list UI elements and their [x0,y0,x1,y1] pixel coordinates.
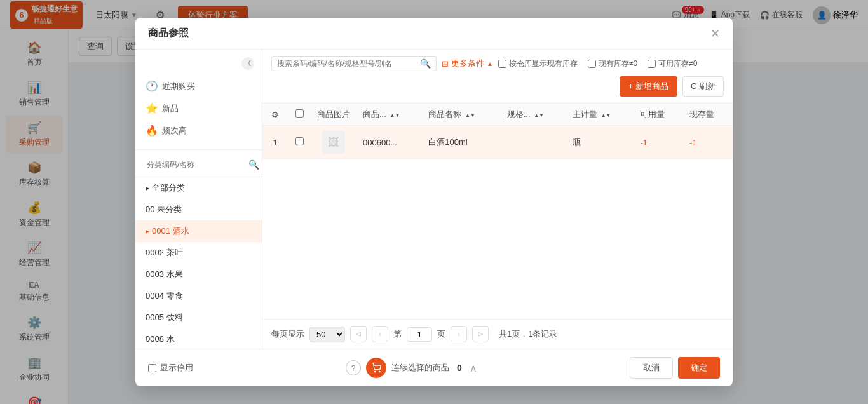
per-page-label: 每页显示 [271,328,304,340]
page-number-input[interactable] [407,327,432,342]
footer-center: ? 连续选择的商品 0 ∧ [346,358,477,378]
frequent-icon: 🔥 [146,125,158,137]
row-stock: -1 [683,126,733,159]
quick-nav-frequent-label: 频次高 [162,125,187,137]
show-disabled-input[interactable] [148,364,156,372]
show-by-warehouse-input[interactable] [498,60,506,68]
recent-icon: 🕐 [146,80,158,92]
prev-page-button[interactable]: ‹ [372,326,388,342]
category-item-0008[interactable]: 0008 水 [135,328,262,349]
filter-label: 更多条件 [451,58,484,69]
page-label: 第 [393,328,402,340]
help-icon[interactable]: ? [346,360,361,375]
triangle-icon-0001: ▶ [146,229,149,234]
dialog-footer: 显示停用 ? 连续选择的商品 0 ∧ 取消 确定 [135,349,733,386]
table-row[interactable]: 1 🖼 000600... [262,126,733,159]
quick-nav-recent-label: 近期购买 [162,81,195,92]
svg-point-0 [374,371,375,372]
quick-nav-new-label: 新品 [162,103,179,114]
quick-nav-recent[interactable]: 🕐 近期购买 [135,75,262,97]
add-product-button[interactable]: + 新增商品 [620,76,677,97]
category-search-area: 🔍 [135,152,262,177]
show-disabled-label: 显示停用 [160,362,193,374]
category-item-00[interactable]: 00 未分类 [135,199,262,220]
row-spec [501,126,566,159]
category-search-icon[interactable]: 🔍 [248,159,259,170]
show-by-warehouse-checkbox[interactable]: 按仓库显示现有库存 [498,58,578,69]
filter-collapse-icon: ▲ [487,60,493,67]
dialog-header: 商品参照 ✕ [135,18,733,50]
col-settings-icon[interactable]: ⚙ [271,110,279,119]
category-item-0003[interactable]: 0003 水果 [135,264,262,285]
table-header-row: ⚙ 商品图片 商品... ▲▼ [262,104,733,126]
dialog-left-panel: 《 🕐 近期购买 ⭐ 新品 🔥 频次高 [135,50,262,349]
footer-collapse-icon[interactable]: ∧ [470,362,477,374]
first-page-button[interactable]: ⊲ [350,326,367,342]
available-stock-nonzero-checkbox[interactable]: 可用库存≠0 [648,58,697,69]
sort-icon-unit: ▲▼ [601,112,611,118]
quick-nav-frequent[interactable]: 🔥 频次高 [135,119,262,142]
confirm-button[interactable]: 确定 [678,357,720,379]
row-num: 1 [262,126,288,159]
page-total: 共1页，1条记录 [499,328,557,340]
category-search-input[interactable] [143,158,246,172]
sort-icon-name: ▲▼ [465,112,475,118]
refresh-product-button[interactable]: C 刷新 [682,76,724,97]
sort-icon-spec: ▲▼ [534,112,544,118]
quick-nav: 《 🕐 近期购买 ⭐ 新品 🔥 频次高 [135,50,262,147]
cancel-button[interactable]: 取消 [630,357,673,379]
pagination: 每页显示 20 50 100 ⊲ ‹ 第 页 › ⊳ 共1页，1条记录 [262,319,733,349]
category-item-0001[interactable]: ▶ 0001 酒水 [135,220,262,242]
svg-point-1 [379,371,380,372]
show-by-warehouse-label: 按仓库显示现有库存 [509,58,578,69]
current-stock-nonzero-input[interactable] [588,60,596,68]
last-page-button[interactable]: ⊳ [472,326,489,342]
page-unit: 页 [437,328,445,340]
triangle-icon-all: ▶ [146,185,149,191]
category-item-all[interactable]: ▶ 全部分类 [135,177,262,199]
toolbar-action-buttons: + 新增商品 C 刷新 [620,76,724,97]
category-label-all: 全部分类 [152,182,185,194]
quick-nav-new[interactable]: ⭐ 新品 [135,97,262,119]
category-label-00: 00 未分类 [146,204,182,215]
more-filter-button[interactable]: ⊞ 更多条件 ▲ [442,58,493,69]
per-page-select[interactable]: 20 50 100 [309,327,345,342]
product-table-wrap: ⚙ 商品图片 商品... ▲▼ [262,104,733,319]
current-stock-nonzero-checkbox[interactable]: 现有库存≠0 [588,58,637,69]
continuous-count: 0 [457,363,462,373]
col-header-check [288,104,311,126]
category-label-0002: 0002 茶叶 [146,247,183,259]
product-search-input[interactable] [277,59,417,68]
category-label-0003: 0003 水果 [146,269,183,280]
row-checkbox[interactable] [295,137,304,145]
cart-button[interactable] [366,358,386,378]
product-image-placeholder: 🖼 [322,131,345,154]
cart-icon [371,363,381,373]
row-check[interactable] [288,126,311,159]
row-code: 000600... [356,126,422,159]
category-item-0002[interactable]: 0002 茶叶 [135,242,262,264]
col-header-available: 可用量 [634,104,683,126]
row-name: 白酒100ml [422,126,500,159]
available-stock-nonzero-input[interactable] [648,60,656,68]
col-header-unit[interactable]: 主计量 ▲▼ [566,104,634,126]
select-all-checkbox[interactable] [295,109,304,118]
dialog-body: 《 🕐 近期购买 ⭐ 新品 🔥 频次高 [135,50,733,349]
sort-icon-code: ▲▼ [390,112,400,118]
product-table: ⚙ 商品图片 商品... ▲▼ [262,104,733,159]
category-label-0005: 0005 饮料 [146,312,183,323]
dialog-close-button[interactable]: ✕ [710,28,720,39]
show-disabled-checkbox[interactable]: 显示停用 [148,362,193,374]
category-item-0005[interactable]: 0005 饮料 [135,307,262,328]
next-page-button[interactable]: › [451,326,467,342]
col-header-name[interactable]: 商品名称 ▲▼ [422,104,500,126]
left-panel-collapse-button[interactable]: 《 [241,57,254,70]
col-header-spec[interactable]: 规格... ▲▼ [501,104,566,126]
product-search-icon[interactable]: 🔍 [420,58,431,69]
col-header-code[interactable]: 商品... ▲▼ [356,104,422,126]
row-available: -1 [634,126,683,159]
dialog-right-panel: 🔍 ⊞ 更多条件 ▲ 按仓库显示现有库存 现 [262,50,733,349]
dialog-title: 商品参照 [148,27,189,40]
category-item-0004[interactable]: 0004 零食 [135,285,262,307]
new-product-icon: ⭐ [146,102,158,114]
